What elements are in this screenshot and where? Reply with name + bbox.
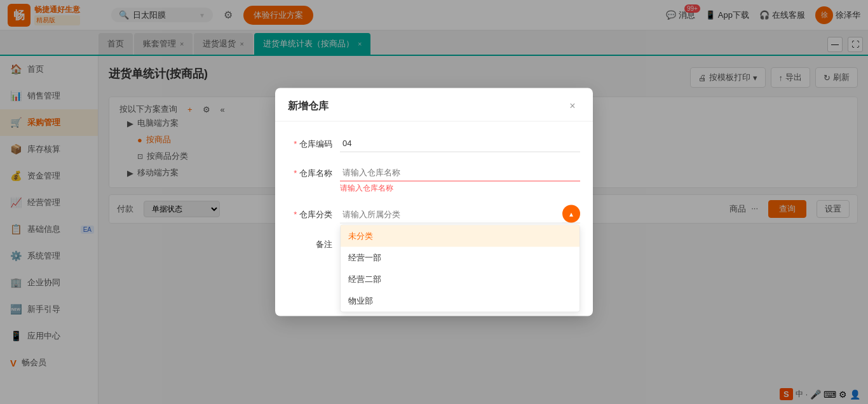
name-label: 仓库名称 bbox=[288, 164, 332, 179]
modal-header: 新增仓库 × bbox=[275, 88, 593, 122]
code-input[interactable] bbox=[340, 135, 580, 152]
notes-label: 备注 bbox=[288, 235, 332, 250]
category-field: ▴ 未分类 经营一部 经营二部 物业部 bbox=[340, 205, 580, 224]
category-dropdown: 未分类 经营一部 经营二部 物业部 bbox=[340, 225, 580, 313]
dropdown-item-uncategorized[interactable]: 未分类 bbox=[341, 226, 580, 247]
modal-title: 新增仓库 bbox=[288, 99, 329, 112]
dropdown-item-dept2[interactable]: 经营二部 bbox=[341, 269, 580, 290]
category-form-row: 仓库分类 ▴ 未分类 经营一部 经营二部 物业部 bbox=[288, 205, 580, 224]
code-form-row: 仓库编码 bbox=[288, 135, 580, 152]
dropdown-item-dept3[interactable]: 物业部 bbox=[341, 290, 580, 312]
category-input[interactable] bbox=[340, 205, 562, 222]
name-form-row: 仓库名称 请输入仓库名称 bbox=[288, 164, 580, 194]
add-warehouse-modal: 新增仓库 × 仓库编码 仓库名称 请输入仓库名称 仓库分类 ▴ bbox=[275, 88, 593, 316]
name-error-msg: 请输入仓库名称 bbox=[340, 183, 580, 194]
dropdown-item-dept1[interactable]: 经营一部 bbox=[341, 247, 580, 269]
code-field bbox=[340, 135, 580, 152]
name-input[interactable] bbox=[340, 164, 580, 182]
category-label: 仓库分类 bbox=[288, 205, 332, 220]
modal-close-button[interactable]: × bbox=[565, 98, 580, 114]
category-toggle-button[interactable]: ▴ bbox=[562, 205, 580, 223]
code-label: 仓库编码 bbox=[288, 135, 332, 150]
category-input-wrapper: ▴ bbox=[340, 205, 580, 224]
name-field: 请输入仓库名称 bbox=[340, 164, 580, 194]
modal-body: 仓库编码 仓库名称 请输入仓库名称 仓库分类 ▴ 未分类 bbox=[275, 122, 593, 277]
